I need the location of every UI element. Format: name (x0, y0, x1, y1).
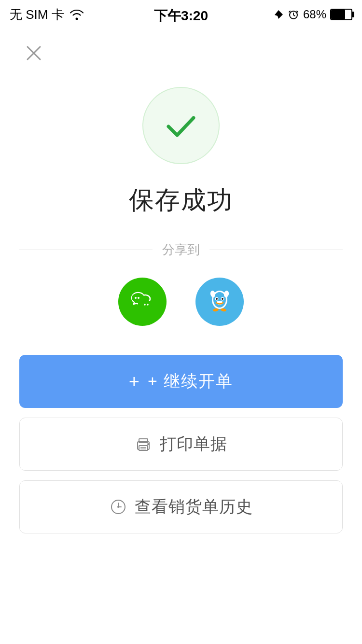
qq-icon (206, 287, 233, 316)
wechat-share-button[interactable] (118, 278, 167, 326)
success-section: 保存成功 (19, 87, 343, 217)
share-icons (19, 278, 343, 326)
status-time: 下午3:20 (154, 7, 208, 25)
history-label: 查看销货单历史 (135, 496, 253, 518)
print-label: 打印单据 (160, 433, 227, 455)
check-icon (162, 106, 200, 145)
status-right: 68% (273, 8, 352, 21)
page-content: 保存成功 分享到 (0, 29, 362, 553)
wifi-icon (69, 9, 84, 20)
svg-point-9 (147, 304, 149, 306)
wechat-icon (128, 289, 157, 314)
success-circle (142, 87, 220, 164)
svg-rect-23 (139, 446, 148, 450)
success-title: 保存成功 (129, 183, 233, 217)
share-divider: 分享到 (19, 241, 343, 258)
plus-icon: + (129, 371, 140, 392)
qq-share-button[interactable] (195, 278, 244, 326)
svg-point-14 (216, 298, 218, 300)
close-icon (26, 45, 42, 61)
battery-bar (330, 9, 352, 20)
svg-point-26 (147, 443, 149, 445)
history-icon (110, 498, 127, 516)
alarm-icon (288, 9, 299, 20)
history-button[interactable]: 查看销货单历史 (19, 480, 343, 533)
location-icon (273, 9, 284, 20)
sim-label: 无 SIM 卡 (10, 6, 64, 23)
svg-point-8 (144, 304, 146, 306)
svg-point-5 (135, 297, 137, 299)
continue-button[interactable]: + + 继续开单 (19, 355, 343, 408)
action-buttons: + + 继续开单 打印单据 查看销货单历史 (19, 355, 343, 533)
share-label: 分享到 (162, 241, 200, 258)
print-icon (135, 436, 152, 452)
battery-percent: 68% (303, 8, 326, 21)
svg-point-6 (138, 297, 139, 299)
print-button[interactable]: 打印单据 (19, 418, 343, 471)
close-button[interactable] (19, 39, 48, 68)
svg-point-15 (222, 298, 223, 300)
continue-label: + 继续开单 (148, 370, 233, 392)
status-left: 无 SIM 卡 (10, 6, 84, 23)
status-bar: 无 SIM 卡 下午3:20 68% (0, 0, 362, 29)
battery-fill (331, 10, 345, 19)
share-section: 分享到 (19, 241, 343, 326)
svg-point-7 (141, 301, 152, 309)
